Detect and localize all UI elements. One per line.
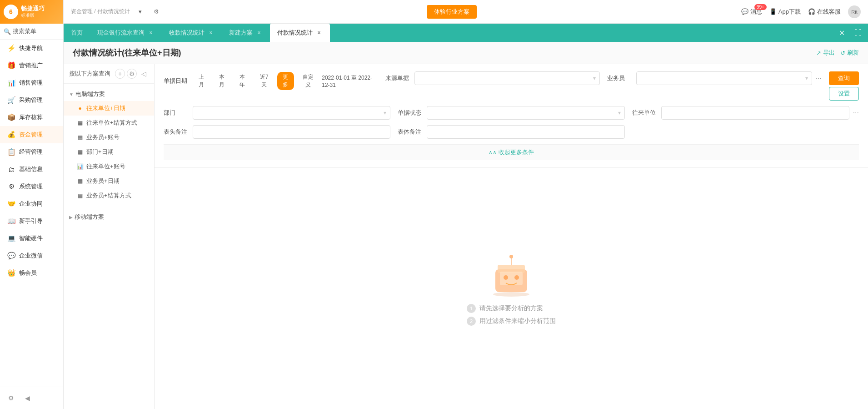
scheme-item-partner-date[interactable]: ● 往来单位+日期	[64, 101, 154, 116]
header-dropdown-btn[interactable]: ▾	[134, 5, 146, 18]
tab-new-scheme-close[interactable]: ×	[255, 29, 263, 36]
trial-btn[interactable]: 体验行业方案	[427, 5, 477, 19]
tab-expand-btn[interactable]: ⛶	[852, 26, 864, 39]
filter-item-date: 单据日期 上月 本月 本年 近7天 更多 自定义 2022-01-01 至 20…	[164, 71, 378, 91]
mobile-schemes-toggle[interactable]: ▶ 移动端方案	[64, 210, 154, 224]
scheme-item-partner-settle[interactable]: ▦ 往来单位+结算方式	[64, 116, 154, 130]
tab-collection-close[interactable]: ×	[207, 29, 215, 36]
scheme-item-sales-settle[interactable]: ▦ 业务员+结算方式	[64, 188, 154, 203]
search-icon: 🔍	[4, 28, 11, 35]
this-year-btn[interactable]: 本年	[234, 71, 251, 91]
system-icon: ⚙	[7, 182, 15, 191]
sidebar-item-hardware[interactable]: 💻智能硬件	[0, 230, 63, 247]
scheme-item-label: 业务员+日期	[86, 177, 120, 185]
sidebar-item-guide[interactable]: 📖新手引导	[0, 212, 63, 230]
footer-settings-btn[interactable]: ⚙	[5, 392, 17, 404]
tab-home[interactable]: 首页	[64, 24, 90, 42]
scheme-item-dept-date[interactable]: ▦ 部门+日期	[64, 145, 154, 159]
filter-settings-btn[interactable]: 设置	[829, 87, 859, 101]
source-select-arrow: ▾	[593, 75, 596, 81]
breadcrumb: 资金管理 / 付款情况统计	[71, 8, 130, 15]
tab-bar-actions: ✕ ⛶	[835, 26, 868, 39]
sidebar-item-marketing[interactable]: 🎁营销推广	[0, 57, 63, 74]
empty-state: 1 请先选择要分析的方案 2 用过滤条件来缩小分析范围	[155, 168, 868, 409]
refresh-btn[interactable]: ↺ 刷新	[840, 49, 859, 57]
desktop-schemes-toggle[interactable]: ▼ 电脑端方案	[64, 87, 154, 101]
scheme-item-sales-date[interactable]: ▦ 业务员+日期	[64, 174, 154, 188]
tab-payment-stats[interactable]: 付款情况统计 ×	[270, 24, 330, 42]
nav-label: 营销推广	[19, 61, 43, 70]
sidebar-header: 6 畅捷通巧 标准版	[0, 0, 63, 24]
collapse-conditions-btn[interactable]: ∧∧ 收起更多条件	[164, 144, 859, 160]
sidebar-item-sales[interactable]: 📊销售管理	[0, 74, 63, 91]
partner-select[interactable]	[661, 106, 849, 120]
tab-bank-flow-close[interactable]: ×	[147, 29, 155, 36]
7days-btn[interactable]: 近7天	[254, 71, 274, 91]
sidebar-item-inventory[interactable]: 📦库存核算	[0, 109, 63, 126]
tab-payment-stats-label: 付款情况统计	[277, 29, 313, 37]
sidebar-item-quick-nav[interactable]: ⚡快捷导航	[0, 40, 63, 57]
download-icon: 📱	[769, 8, 777, 15]
tab-collection[interactable]: 收款情况统计 ×	[162, 24, 222, 42]
salesperson-select[interactable]: ▾	[636, 71, 812, 85]
this-month-btn[interactable]: 本月	[213, 71, 231, 91]
scheme-add-btn[interactable]: +	[115, 69, 125, 79]
page-title: 付款情况统计(往来单位+日期)	[73, 47, 181, 58]
user-avatar[interactable]: Rit	[848, 5, 861, 18]
page-area: 付款情况统计(往来单位+日期) ↗ 导出 ↺ 刷新 按以下方案查询 +	[64, 42, 868, 409]
last-month-btn[interactable]: 上月	[193, 71, 210, 91]
scheme-item-partner-account[interactable]: 📊 往来单位+账号	[64, 159, 154, 174]
tab-new-scheme[interactable]: 新建方案 ×	[222, 24, 270, 42]
doc-status-select[interactable]: ▾	[427, 106, 624, 120]
sidebar-item-basic[interactable]: 🗂基础信息	[0, 161, 63, 178]
source-select[interactable]: ▾	[414, 71, 600, 85]
empty-hint-1: 1 请先选择要分析的方案	[467, 304, 556, 313]
hint-text-2: 用过滤条件来缩小分析范围	[479, 317, 556, 325]
header-settings-btn[interactable]: ⚙	[150, 5, 163, 18]
nav-label: 系统管理	[19, 182, 43, 191]
online-service-btn[interactable]: 🎧 在线客服	[808, 8, 841, 16]
sidebar-item-purchase[interactable]: 🛒采购管理	[0, 91, 63, 109]
sales-icon: 📊	[7, 79, 15, 87]
filter-section: 单据日期 上月 本月 本年 近7天 更多 自定义 2022-01-01 至 20…	[155, 64, 868, 168]
salesperson-dots[interactable]: ···	[816, 74, 822, 82]
sidebar-item-operation[interactable]: 📋经营管理	[0, 143, 63, 161]
mobile-schemes-label: 移动端方案	[75, 213, 104, 221]
desktop-arrow-icon: ▼	[69, 92, 74, 97]
body-note-input[interactable]	[427, 125, 624, 139]
message-btn[interactable]: 💬 消息 99+	[741, 8, 762, 16]
scheme-collapse-btn[interactable]: ◁	[139, 69, 149, 79]
partner-dots[interactable]: ···	[853, 109, 859, 117]
export-btn[interactable]: ↗ 导出	[816, 49, 835, 57]
scheme-item-label: 业务员+账号	[86, 133, 120, 141]
scheme-settings-btn[interactable]: ⚙	[127, 69, 137, 79]
scheme-item-sales-account[interactable]: ▦ 业务员+账号	[64, 130, 154, 145]
filter-item-source: 来源单据 ▾	[385, 71, 600, 85]
footer-collapse-btn[interactable]: ◀	[21, 392, 34, 404]
dept-select[interactable]: ▾	[193, 106, 390, 120]
app-download-btn[interactable]: 📱 App下载	[769, 8, 801, 16]
header-note-input[interactable]	[193, 125, 390, 139]
search-label: 搜索菜单	[13, 27, 36, 35]
tab-bank-flow[interactable]: 现金银行流水查询 ×	[90, 24, 162, 42]
search-menu[interactable]: 🔍 搜索菜单	[0, 24, 63, 40]
more-btn[interactable]: 更多	[277, 72, 294, 90]
source-label: 来源单据	[385, 74, 411, 82]
tab-payment-stats-close[interactable]: ×	[315, 29, 323, 36]
tab-collection-label: 收款情况统计	[169, 29, 205, 37]
sidebar-item-cooperation[interactable]: 🤝企业协同	[0, 195, 63, 212]
basic-icon: 🗂	[7, 165, 15, 173]
dept-label: 部门	[164, 109, 189, 117]
sidebar-item-member[interactable]: 👑畅会员	[0, 264, 63, 282]
query-btn[interactable]: 查询	[829, 71, 859, 85]
sidebar-item-finance[interactable]: 💰资金管理	[0, 126, 63, 143]
scheme-table-icon: ▦	[76, 119, 84, 126]
sidebar-item-system[interactable]: ⚙系统管理	[0, 178, 63, 195]
tab-close-all-btn[interactable]: ✕	[835, 26, 848, 39]
scheme-item-label: 部门+日期	[86, 148, 114, 156]
sidebar-item-wechat[interactable]: 💬企业微信	[0, 247, 63, 264]
custom-btn[interactable]: 自定义	[297, 71, 319, 91]
tab-bank-flow-label: 现金银行流水查询	[97, 29, 145, 37]
filter-item-salesperson: 业务员 ▾ ···	[607, 71, 822, 85]
app-download-label: App下载	[778, 8, 801, 16]
